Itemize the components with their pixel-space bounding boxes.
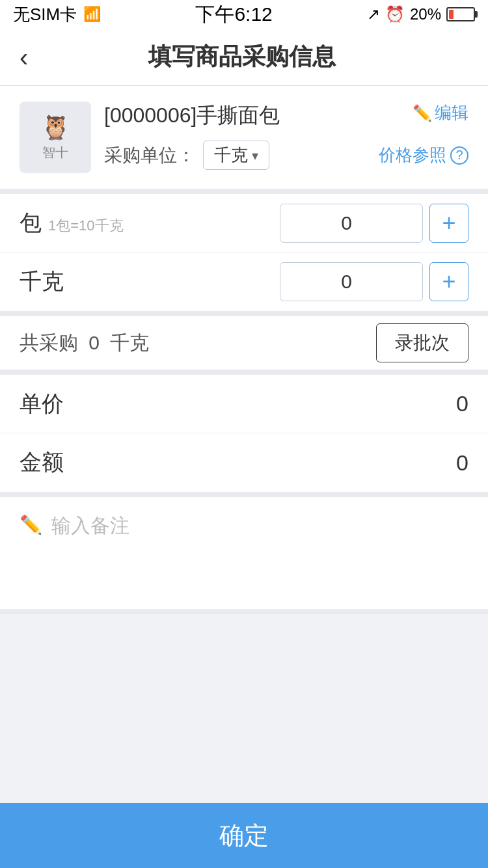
- product-name: [0000006]手撕面包: [104, 102, 280, 130]
- notes-section[interactable]: ✏️ 输入备注: [0, 497, 488, 614]
- unit-price-value: 0: [456, 391, 468, 416]
- unit-label: 采购单位：: [104, 143, 195, 168]
- status-time: 下午6:12: [195, 1, 272, 28]
- unit-value: 千克: [214, 144, 248, 167]
- nav-bar: ‹ 填写商品采购信息: [0, 29, 488, 86]
- quantity-section: 包 1包=10千克 + 千克 +: [0, 194, 488, 316]
- price-section: 单价 0 金额 0: [0, 375, 488, 497]
- input-row-bao: 包 1包=10千克 +: [0, 194, 488, 252]
- edit-button[interactable]: ✏️ 编辑: [413, 102, 468, 124]
- price-reference-button[interactable]: 价格参照 ?: [379, 144, 468, 167]
- bao-sublabel: 1包=10千克: [48, 216, 124, 236]
- kg-quantity-input[interactable]: [280, 262, 423, 301]
- summary-text: 共采购 0 千克: [20, 330, 149, 357]
- battery-percent: 20%: [410, 5, 441, 23]
- bao-unit: 包: [20, 208, 42, 238]
- page-title: 填写商品采购信息: [41, 41, 442, 73]
- amount-label: 金额: [20, 448, 64, 478]
- record-batch-button[interactable]: 录批次: [376, 323, 468, 362]
- status-right: ↗ ⏰ 20%: [367, 5, 475, 23]
- unit-dropdown[interactable]: 千克 ▾: [203, 141, 269, 170]
- price-ref-label: 价格参照: [379, 144, 446, 167]
- wifi-icon: 📶: [83, 6, 101, 23]
- product-name-row: [0000006]手撕面包 ✏️ 编辑: [104, 102, 468, 130]
- product-card: 🦉 智十 [0000006]手撕面包 ✏️ 编辑 采购单位： 千克 ▾: [0, 86, 488, 194]
- product-thumb-brand: 智十: [42, 144, 68, 161]
- kg-unit: 千克: [20, 267, 64, 297]
- product-thumbnail: 🦉 智十: [20, 102, 91, 173]
- help-icon: ?: [450, 146, 468, 165]
- product-unit-row: 采购单位： 千克 ▾ 价格参照 ?: [104, 141, 468, 170]
- kg-plus-button[interactable]: +: [429, 262, 468, 301]
- unit-price-row: 单价 0: [0, 375, 488, 433]
- unit-select-wrap: 采购单位： 千克 ▾: [104, 141, 269, 170]
- input-row-kg: 千克 +: [0, 252, 488, 311]
- back-button[interactable]: ‹: [20, 44, 28, 70]
- confirm-button[interactable]: 确定: [0, 803, 488, 868]
- bao-quantity-input[interactable]: [280, 204, 423, 243]
- unit-price-label: 单价: [20, 389, 64, 419]
- edit-label: 编辑: [435, 102, 468, 124]
- summary-row: 共采购 0 千克 录批次: [0, 316, 488, 375]
- bao-plus-button[interactable]: +: [429, 204, 468, 243]
- edit-icon: ✏️: [413, 104, 432, 122]
- product-info: [0000006]手撕面包 ✏️ 编辑 采购单位： 千克 ▾ 价格参照 ?: [104, 102, 468, 170]
- amount-value: 0: [456, 450, 468, 476]
- carrier-label: 无SIM卡: [13, 3, 77, 26]
- amount-row: 金额 0: [0, 433, 488, 492]
- location-icon: ↗: [367, 5, 380, 23]
- summary-value: 0: [88, 332, 100, 353]
- alarm-icon: ⏰: [385, 5, 405, 23]
- status-left: 无SIM卡 📶: [13, 3, 101, 26]
- notes-placeholder: 输入备注: [51, 513, 129, 539]
- kg-input-wrap: +: [98, 262, 468, 301]
- bao-input-wrap: +: [124, 204, 468, 243]
- summary-unit: 千克: [110, 332, 149, 353]
- bao-label: 包 1包=10千克: [20, 208, 124, 238]
- summary-prefix: 共采购: [20, 332, 78, 353]
- pencil-icon: ✏️: [20, 514, 42, 536]
- content-spacer: [0, 614, 488, 809]
- kg-label: 千克: [20, 267, 98, 297]
- status-bar: 无SIM卡 📶 下午6:12 ↗ ⏰ 20%: [0, 0, 488, 29]
- battery-icon: [446, 7, 475, 21]
- chevron-down-icon: ▾: [252, 148, 258, 163]
- product-thumb-icon: 🦉: [41, 114, 70, 141]
